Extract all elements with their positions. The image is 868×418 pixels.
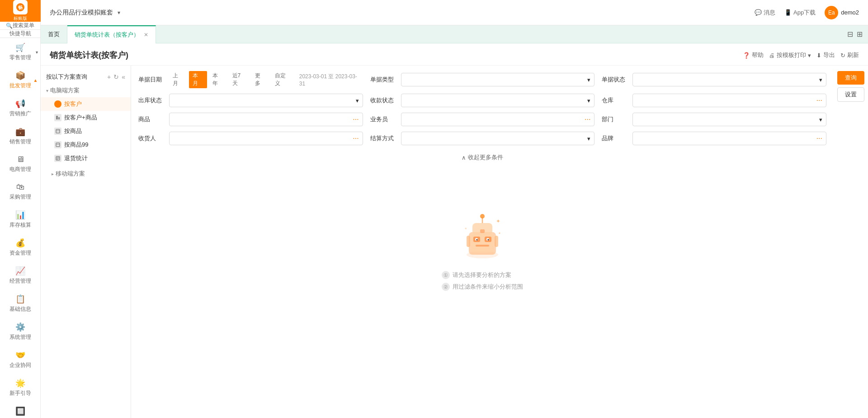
sales-icon: 💼 xyxy=(15,127,25,137)
header-right: 💬 消息 📱 App下载 Ea demo2 xyxy=(755,6,859,19)
scheme-group-desktop-header[interactable]: 电脑端方案 xyxy=(41,84,131,97)
tab-close-button[interactable]: ✕ xyxy=(144,32,148,38)
payment-status-select[interactable] xyxy=(401,94,595,107)
scheme-item-product-99[interactable]: 按商品99 xyxy=(41,138,131,152)
header-user[interactable]: Ea demo2 xyxy=(825,6,859,19)
scheme-refresh-icon[interactable]: ↻ xyxy=(113,73,119,81)
sidebar-nav-shortcut[interactable]: 快捷导航 xyxy=(0,30,41,38)
svg-text:✦: ✦ xyxy=(464,227,467,231)
template-print-button[interactable]: 🖨 按模板打印 xyxy=(769,51,811,59)
date-tab-7days[interactable]: 近7天 xyxy=(229,71,250,88)
sidebar-item-basic[interactable]: 📋 基础信息 xyxy=(0,290,41,318)
page-content: 销货单统计表(按客户) ❓ 帮助 🖨 按模板打印 ⬇ 导出 ↻ 刷新 xyxy=(41,43,868,418)
department-chevron xyxy=(819,116,822,123)
sidebar-item-newbie[interactable]: 🌟 新手引导 xyxy=(0,374,41,402)
date-tab-more[interactable]: 更多 xyxy=(251,71,269,88)
newbie-icon: 🌟 xyxy=(15,378,25,388)
header-app-download[interactable]: 📱 App下载 xyxy=(784,9,816,17)
page-actions: ❓ 帮助 🖨 按模板打印 ⬇ 导出 ↻ 刷新 xyxy=(743,51,859,59)
desktop-group-arrow xyxy=(46,88,48,93)
salesperson-dots[interactable]: ··· xyxy=(585,115,590,124)
sidebar-item-purchase[interactable]: 🛍 采购管理 xyxy=(0,178,41,205)
date-tab-custom[interactable]: 自定义 xyxy=(271,71,295,88)
scheme-header: 按以下方案查询 + ↻ « xyxy=(41,70,131,84)
tab-maximize-icon[interactable]: ⊞ xyxy=(857,30,863,38)
filter-payment-status: 收款状态 xyxy=(370,94,595,107)
settlement-select[interactable] xyxy=(401,132,595,145)
date-tab-this-month[interactable]: 本月 xyxy=(189,71,207,88)
refresh-button[interactable]: ↻ 刷新 xyxy=(840,51,859,59)
sidebar-item-marketing[interactable]: 📢 营销推广 xyxy=(0,94,41,122)
sidebar-item-retail[interactable]: 🛒 零售管理 xyxy=(0,38,41,66)
header-dropdown-arrow[interactable] xyxy=(118,10,120,16)
logo-text: 标账版 xyxy=(14,15,27,22)
svg-rect-2 xyxy=(56,116,58,119)
basic-icon: 📋 xyxy=(15,294,25,304)
scheme-item-return-stats[interactable]: 退货统计 xyxy=(41,152,131,165)
date-tab-last-month[interactable]: 上月 xyxy=(169,71,187,88)
sidebar-item-sales[interactable]: 💼 销售管理 xyxy=(0,122,41,150)
content-body: 按以下方案查询 + ↻ « 电脑端方案 按客户 xyxy=(41,66,868,418)
out-status-select[interactable] xyxy=(169,94,363,107)
order-status-chevron xyxy=(819,76,822,83)
order-type-select[interactable] xyxy=(401,73,595,86)
warehouse-dots[interactable]: ··· xyxy=(816,96,822,104)
filter-row-1: 单据日期 上月 本月 本年 近7天 更多 自定义 20 xyxy=(138,71,826,88)
main-area: 办公用品行业模拟账套 💬 消息 📱 App下载 Ea demo2 首页 xyxy=(41,0,868,418)
settings-button[interactable]: 设置 xyxy=(837,87,864,102)
tab-minimize-icon[interactable]: ⊟ xyxy=(847,30,853,38)
search-icon: 🔍 xyxy=(6,23,13,29)
product-select[interactable]: ··· xyxy=(169,113,363,126)
sidebar-search[interactable]: 🔍 搜索菜单 xyxy=(0,22,41,30)
brand-select[interactable]: ··· xyxy=(632,132,826,145)
retail-icon: 🛒 xyxy=(15,43,25,52)
sidebar-item-finance[interactable]: 💰 资金管理 xyxy=(0,233,41,261)
collapse-bar[interactable]: ∧ 收起更多条件 xyxy=(138,151,826,164)
page-header: 销货单统计表(按客户) ❓ 帮助 🖨 按模板打印 ⬇ 导出 ↻ 刷新 xyxy=(41,43,868,66)
sidebar-item-apps[interactable]: 🔲 应用中心 xyxy=(0,402,41,418)
query-button[interactable]: 查询 xyxy=(837,71,864,85)
out-status-chevron xyxy=(356,97,359,104)
sidebar-item-enterprise[interactable]: 🤝 企业协同 xyxy=(0,346,41,374)
department-select[interactable] xyxy=(632,113,826,126)
empty-hints: ① 请先选择要分析的方案 ② 用过滤条件来缩小分析范围 xyxy=(442,271,523,291)
filter-receiver: 收货人 ··· xyxy=(138,132,363,145)
scheme-item-by-product[interactable]: 按商品 xyxy=(41,124,131,138)
export-icon: ⬇ xyxy=(816,52,821,59)
settlement-chevron xyxy=(587,135,590,142)
scheme-item-by-customer[interactable]: 按客户 xyxy=(41,97,131,111)
wholesale-icon: 📦 xyxy=(15,71,25,81)
brand-dots[interactable]: ··· xyxy=(816,134,822,142)
header-message[interactable]: 💬 消息 xyxy=(755,9,775,17)
tab-sales-stats[interactable]: 销货单统计表（按客户） ✕ xyxy=(67,25,156,43)
export-button[interactable]: ⬇ 导出 xyxy=(816,51,835,59)
customer-product-scheme-icon xyxy=(54,114,61,121)
receiver-dots[interactable]: ··· xyxy=(353,134,359,142)
receiver-select[interactable]: ··· xyxy=(169,132,363,145)
filter-settlement: 结算方式 xyxy=(370,132,595,145)
scheme-add-icon[interactable]: + xyxy=(107,73,111,81)
warehouse-select[interactable]: ··· xyxy=(632,94,826,107)
filter-row-4: 收货人 ··· 结算方式 xyxy=(138,132,826,145)
help-button[interactable]: ❓ 帮助 xyxy=(743,51,764,59)
scheme-item-customer-product[interactable]: 按客户+商品 xyxy=(41,111,131,124)
help-icon: ❓ xyxy=(743,52,750,59)
sidebar-item-operations[interactable]: 📈 经营管理 xyxy=(0,261,41,290)
operations-icon: 📈 xyxy=(15,266,25,276)
svg-point-19 xyxy=(476,239,478,241)
sidebar-item-system[interactable]: ⚙️ 系统管理 xyxy=(0,318,41,346)
scheme-collapse-icon[interactable]: « xyxy=(122,73,125,81)
sidebar-item-ecommerce[interactable]: 🖥 电商管理 xyxy=(0,150,41,178)
date-tab-this-year[interactable]: 本年 xyxy=(209,71,227,88)
filter-panel: 单据日期 上月 本月 本年 近7天 更多 自定义 20 xyxy=(131,66,834,418)
finance-icon: 💰 xyxy=(15,238,25,248)
product-dots[interactable]: ··· xyxy=(353,115,359,124)
sidebar-item-wholesale[interactable]: 📦 批发管理 ▲ xyxy=(0,66,41,94)
order-status-select[interactable] xyxy=(632,73,826,86)
sidebar-item-inventory[interactable]: 📊 库存核算 xyxy=(0,205,41,233)
salesperson-select[interactable]: ··· xyxy=(401,113,595,126)
filter-brand: 品牌 ··· xyxy=(602,132,826,145)
scheme-group-mobile-header[interactable]: 移动端方案 xyxy=(41,167,131,180)
svg-rect-22 xyxy=(467,236,470,247)
tab-home[interactable]: 首页 xyxy=(41,25,67,43)
